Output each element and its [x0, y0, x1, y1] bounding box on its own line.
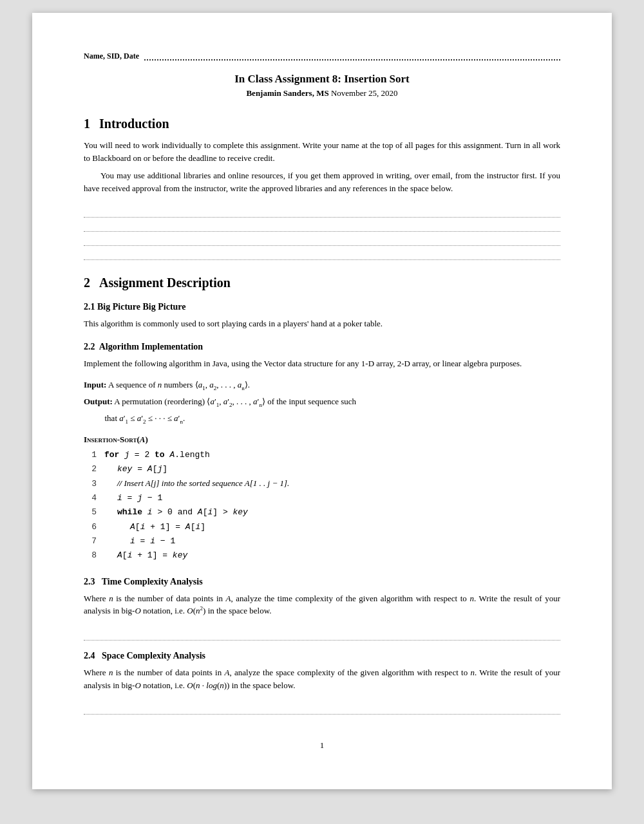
subsection-22-p1: Implement the following algorithm in Jav…	[84, 357, 560, 370]
section-1-p1: You will need to work individually to co…	[84, 139, 560, 164]
name-dotted-line	[144, 53, 560, 61]
line-num-5: 5	[84, 505, 97, 520]
subsection-24-title: Space Complexity Analysis	[97, 651, 205, 660]
code-line-1: 1 for j = 2 to A.length	[84, 448, 560, 462]
code-content-3: // Insert A[j] into the sorted sequence …	[117, 476, 289, 491]
date: November 25, 2020	[331, 88, 398, 98]
code-content-6: A[i + 1] = A[i]	[130, 520, 205, 534]
output-text: A permutation (reordering) ⟨a′1, a′2, . …	[114, 397, 356, 406]
algo-code-block: Insertion-Sort(A) 1 for j = 2 to A.lengt…	[84, 433, 560, 563]
dotted-row-1	[84, 203, 560, 218]
subtitle: Benjamin Sanders, MS November 25, 2020	[84, 88, 560, 98]
code-content-5: while i > 0 and A[i] > key	[117, 505, 248, 520]
name-label: Name, SID, Date	[84, 52, 139, 61]
input-label: Input:	[84, 380, 106, 389]
output-label: Output:	[84, 397, 113, 406]
subsection-23-title: Time Complexity Analysis	[97, 577, 203, 586]
document-page: Name, SID, Date In Class Assignment 8: I…	[32, 13, 612, 789]
code-line-2: 2 key = A[j]	[84, 462, 560, 476]
section-1-number: 1	[84, 117, 90, 131]
section-2-number: 2	[84, 276, 90, 290]
section-2-title: Assignment Description	[99, 276, 231, 290]
code-line-8: 8 A[i + 1] = key	[84, 548, 560, 563]
line-num-1: 1	[84, 448, 97, 462]
code-content-1: for j = 2 to A.length	[104, 448, 210, 462]
line-num-3: 3	[84, 477, 97, 491]
algo-io-block: Input: A sequence of n numbers ⟨a1, a2, …	[84, 379, 560, 426]
subsection-23-heading: 2.3 Time Complexity Analysis	[84, 577, 560, 587]
subsection-21-heading: 2.1 Big Picture Big Picture	[84, 302, 560, 312]
algo-input-line: Input: A sequence of n numbers ⟨a1, a2, …	[84, 379, 560, 393]
code-content-2: key = A[j]	[117, 462, 167, 476]
subsection-24-p1: Where n is the number of data points in …	[84, 666, 560, 691]
dotted-row-3	[84, 232, 560, 246]
subsection-24-number: 2.4	[84, 651, 95, 660]
subsection-24-heading: 2.4 Space Complexity Analysis	[84, 651, 560, 661]
section-2-heading: 2 Assignment Description	[84, 276, 560, 290]
title-block: In Class Assignment 8: Insertion Sort Be…	[84, 73, 560, 98]
answer-space-1	[84, 203, 560, 260]
subsection-21-p1: This algorithm is commonly used to sort …	[84, 317, 560, 330]
algo-output-line: Output: A permutation (reordering) ⟨a′1,…	[84, 395, 560, 409]
line-num-7: 7	[84, 534, 97, 548]
subsection-22-heading: 2.2 Algorithm Implementation	[84, 342, 560, 352]
code-line-3: 3 // Insert A[j] into the sorted sequenc…	[84, 476, 560, 491]
algo-output-line2: that a′1 ≤ a′2 ≤ · · · ≤ a′n.	[84, 412, 560, 426]
dotted-row-6	[84, 700, 560, 715]
code-line-6: 6 A[i + 1] = A[i]	[84, 520, 560, 534]
section-1-heading: 1 Introduction	[84, 117, 560, 131]
dotted-row-4	[84, 246, 560, 260]
output-text2: that a′1 ≤ a′2 ≤ · · · ≤ a′n.	[105, 413, 185, 423]
name-sid-date-line: Name, SID, Date	[84, 52, 560, 61]
code-content-7: i = i − 1	[130, 534, 175, 548]
subsection-21-title-text: Big Picture	[140, 302, 186, 312]
subsection-21-number: 2.1	[84, 302, 95, 312]
input-text: A sequence of n numbers ⟨a1, a2, . . . ,…	[108, 380, 250, 389]
algo-title: Insertion-Sort(A)	[84, 433, 560, 447]
dotted-row-5	[84, 626, 560, 641]
author-name: Benjamin Sanders, MS	[246, 88, 328, 98]
answer-space-2	[84, 626, 560, 641]
subsection-22-number: 2.2	[84, 342, 95, 351]
page-number: 1	[84, 740, 560, 751]
line-num-8: 8	[84, 548, 97, 563]
code-line-4: 4 i = j − 1	[84, 491, 560, 505]
line-num-2: 2	[84, 462, 97, 476]
subsection-21-title: Big Picture	[97, 302, 140, 312]
answer-space-3	[84, 700, 560, 715]
code-line-5: 5 while i > 0 and A[i] > key	[84, 505, 560, 520]
section-1-p2: You may use additional libraries and onl…	[84, 169, 560, 194]
line-num-6: 6	[84, 520, 97, 534]
subsection-23-p1: Where n is the number of data points in …	[84, 592, 560, 617]
dotted-row-2	[84, 218, 560, 232]
section-1-title: Introduction	[99, 117, 169, 131]
line-num-4: 4	[84, 491, 97, 505]
subsection-23-number: 2.3	[84, 577, 95, 586]
subsection-22-title: Algorithm Implementation	[97, 342, 203, 351]
code-content-4: i = j − 1	[117, 491, 162, 505]
code-line-7: 7 i = i − 1	[84, 534, 560, 548]
code-content-8: A[i + 1] = key	[117, 548, 187, 563]
main-title: In Class Assignment 8: Insertion Sort	[84, 73, 560, 86]
